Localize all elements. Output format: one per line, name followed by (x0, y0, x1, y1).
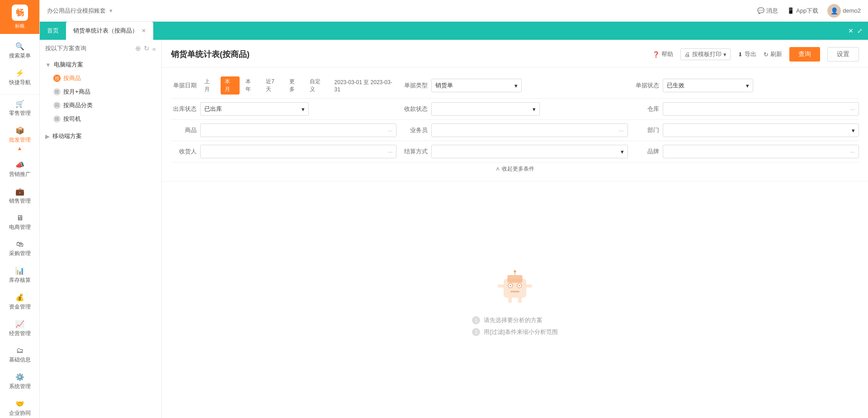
sidebar-item-corp[interactable]: 🤝 企业协同 (0, 395, 39, 418)
tree-child-by-product[interactable]: 按 按商品 (40, 71, 161, 85)
payment-method-label: 结算方式 (402, 147, 431, 156)
svg-point-8 (514, 270, 516, 272)
receiver-dots[interactable]: ··· (387, 148, 392, 155)
date-btn-7days[interactable]: 近7天 (262, 76, 283, 95)
sidebar-item-marketing[interactable]: 📣 营销推广 (0, 156, 39, 183)
doc-type-select[interactable]: 销货单 ▾ (431, 79, 522, 92)
svg-point-5 (519, 285, 520, 286)
sidebar-item-sales[interactable]: 💼 销售管理 (0, 183, 39, 209)
setting-button[interactable]: 设置 (827, 47, 859, 62)
svg-rect-11 (508, 297, 512, 303)
add-scheme-icon[interactable]: ⊕ (135, 44, 141, 52)
payment-method-select[interactable]: ▾ (431, 145, 627, 158)
tree-section-mobile: ▶ 移动端方案 (40, 128, 161, 145)
close-window-icon[interactable]: ✕ (848, 27, 854, 34)
date-btn-this-month[interactable]: 本月 (221, 76, 239, 95)
export-btn[interactable]: ⬇ 导出 (738, 50, 756, 58)
svg-rect-9 (498, 284, 505, 287)
messages-btn[interactable]: 💬 消息 (757, 7, 778, 15)
ops-icon: 📈 (15, 320, 24, 328)
sidebar-search[interactable]: 🔍 搜索菜单 (0, 38, 39, 64)
filter-area: 单据日期 上月 本月 本年 近7天 更多 自定义 2023-03-01 至 20… (162, 67, 868, 181)
sidebar-item-finance[interactable]: 💰 资金管理 (0, 289, 39, 315)
product-dots[interactable]: ··· (387, 127, 392, 134)
salesperson-dots[interactable]: ··· (619, 127, 624, 134)
date-btn-last-month[interactable]: 上月 (200, 76, 219, 95)
message-icon: 💬 (757, 7, 764, 14)
refresh-btn[interactable]: ↻ 刷新 (764, 50, 782, 58)
sidebar-item-base[interactable]: 🗂 基础信息 (0, 342, 39, 368)
search-icon: 🔍 (15, 42, 24, 51)
sidebar-item-purchase[interactable]: 🛍 采购管理 (0, 236, 39, 262)
header-title: 办公用品行业模拟账套 (47, 7, 106, 15)
marketing-icon: 📣 (15, 161, 24, 169)
pay-status-arrow: ▾ (533, 106, 536, 113)
empty-step-2: 2 用[过滤]条件来缩小分析范围 (472, 328, 557, 336)
sidebar-item-wholesale[interactable]: 📦 批发管理 ▲ (0, 122, 39, 156)
tab-close-icon[interactable]: ✕ (142, 28, 146, 34)
tab-home[interactable]: 首页 (40, 22, 66, 40)
finance-icon: 💰 (15, 293, 24, 302)
print-dropdown-icon: ▾ (723, 51, 726, 58)
pay-status-label: 收款状态 (402, 105, 431, 113)
tree-child-by-driver[interactable]: 按 按司机 (40, 112, 161, 126)
collapse-filter-btn[interactable]: ∧ 收起更多条件 (171, 162, 859, 176)
sidebar-item-retail[interactable]: 🛒 零售管理 (0, 95, 39, 122)
dept-select[interactable]: ▾ (663, 124, 859, 137)
pay-status-select[interactable]: ▾ (431, 102, 540, 116)
user-menu[interactable]: 👤 demo2 (827, 4, 861, 18)
brand-select[interactable]: ··· (663, 145, 859, 158)
warehouse-label: 仓库 (633, 105, 663, 113)
by-month-product-icon: 按 (53, 88, 61, 95)
doc-type-value: 销货单 (435, 81, 453, 90)
retail-icon: 🛒 (15, 100, 24, 108)
tree-parent-mobile[interactable]: ▶ 移动端方案 (40, 129, 161, 143)
doc-type-label: 单据类型 (402, 81, 431, 90)
salesperson-label: 业务员 (402, 126, 431, 134)
expand-icon: ▲ (17, 145, 23, 152)
tree-parent-pc[interactable]: ▼ 电脑端方案 (40, 58, 161, 71)
tree-child-by-category[interactable]: 回 按商品分类 (40, 99, 161, 112)
header-dropdown-arrow[interactable]: ▾ (109, 7, 113, 14)
receiver-select[interactable]: ··· (200, 145, 396, 158)
sidebar-quick-nav[interactable]: ⚡ 快捷导航 (0, 64, 39, 91)
help-icon: ❓ (652, 51, 660, 58)
out-status-label: 出库状态 (171, 105, 200, 113)
header-actions: 💬 消息 📱 App下载 👤 demo2 (757, 4, 861, 18)
out-status-select[interactable]: 已出库 ▾ (200, 102, 309, 116)
date-btn-this-year[interactable]: 本年 (241, 76, 260, 95)
collapse-panel-icon[interactable]: « (152, 45, 156, 52)
purchase-icon: 🛍 (16, 240, 24, 248)
doc-status-select[interactable]: 已生效 ▾ (663, 79, 753, 92)
help-btn[interactable]: ❓ 帮助 (652, 50, 673, 58)
print-btn[interactable]: 🖨 按模板打印 ▾ (680, 48, 731, 60)
empty-illustration (492, 264, 538, 309)
maximize-icon[interactable]: ⤢ (857, 27, 863, 34)
date-range-display: 2023-03-01 至 2023-03-31 (335, 79, 397, 93)
tree-child-by-month-product[interactable]: 按 按月+商品 (40, 85, 161, 99)
warehouse-select[interactable]: ··· (663, 102, 859, 116)
sales-icon: 💼 (15, 187, 24, 196)
date-btn-custom[interactable]: 自定义 (306, 76, 330, 95)
main-area: 办公用品行业模拟账套 ▾ 💬 消息 📱 App下载 👤 demo2 首页 销货单… (40, 0, 868, 418)
avatar: 👤 (827, 4, 841, 18)
corp-icon: 🤝 (15, 399, 24, 408)
app-download-btn[interactable]: 📱 App下载 (787, 7, 818, 15)
warehouse-dots[interactable]: ··· (850, 106, 855, 113)
logo-text: 标账 (15, 23, 25, 29)
sidebar-item-inventory[interactable]: 📊 库存核算 (0, 262, 39, 289)
tab-report[interactable]: 销货单统计表（按商品） ✕ (66, 22, 153, 40)
query-button[interactable]: 查询 (789, 47, 820, 62)
date-btn-more[interactable]: 更多 (285, 76, 304, 95)
product-select[interactable]: ··· (200, 124, 396, 137)
svg-rect-12 (518, 297, 522, 303)
sidebar-item-ecom[interactable]: 🖥 电商管理 (0, 209, 39, 236)
out-status-arrow: ▾ (302, 106, 305, 113)
refresh-scheme-icon[interactable]: ↻ (144, 44, 150, 52)
salesperson-select[interactable]: ··· (431, 124, 627, 137)
empty-state: 1 请先选择要分析的方案 2 用[过滤]条件来缩小分析范围 (162, 181, 868, 418)
sidebar-item-ops[interactable]: 📈 经营管理 (0, 315, 39, 342)
sidebar-item-system[interactable]: ⚙️ 系统管理 (0, 368, 39, 395)
brand-dots[interactable]: ··· (850, 148, 855, 155)
doc-status-value: 已生效 (667, 81, 684, 90)
